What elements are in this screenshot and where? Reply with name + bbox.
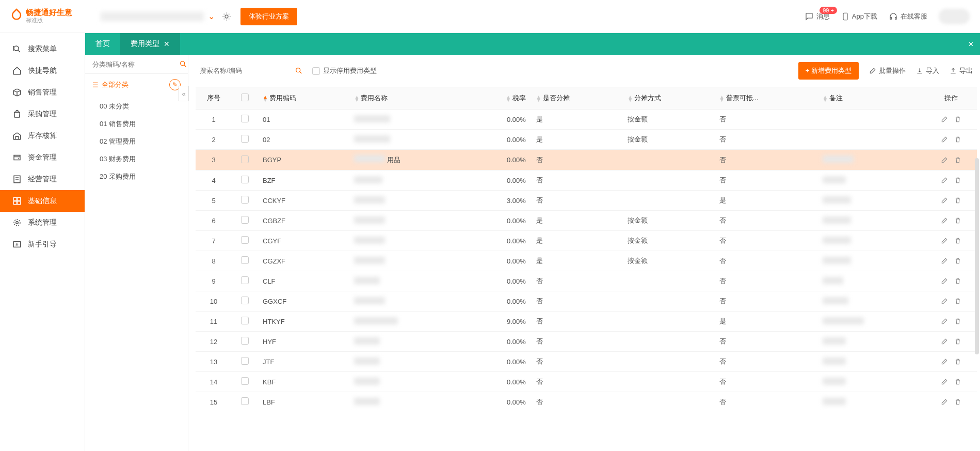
edit-icon[interactable] <box>941 217 948 224</box>
edit-icon[interactable] <box>941 277 948 285</box>
delete-icon[interactable] <box>954 398 961 406</box>
cell-checkbox[interactable] <box>232 291 258 312</box>
table-row[interactable]: 4 BZF 0.00% 否 否 <box>196 170 977 191</box>
col-code[interactable]: ▲▼费用编码 <box>258 87 349 110</box>
cell-checkbox[interactable] <box>232 110 258 130</box>
table-row[interactable]: 5 CCKYF 3.00% 否 是 <box>196 191 977 211</box>
category-item[interactable]: 01 销售费用 <box>85 115 188 133</box>
cell-checkbox[interactable] <box>232 271 258 291</box>
table-scroll[interactable]: 序号 ▲▼费用编码 ▲▼费用名称 ▲▼税率 ▲▼是否分摊 ▲▼分摊方式 ▲▼普票… <box>196 87 977 451</box>
table-row[interactable]: 7 CGYF 0.00% 是 按金额 否 <box>196 231 977 251</box>
edit-icon[interactable] <box>941 338 948 345</box>
edit-icon[interactable] <box>941 136 948 143</box>
sidebar-item-inventory[interactable]: 库存核算 <box>0 125 85 147</box>
edit-icon[interactable] <box>941 358 948 365</box>
search-icon[interactable] <box>179 60 187 68</box>
sidebar-item-guide[interactable]: 新 新手引导 <box>0 234 85 255</box>
close-icon[interactable]: ✕ <box>164 40 170 48</box>
edit-icon[interactable] <box>941 157 948 164</box>
edit-icon[interactable] <box>941 298 948 305</box>
col-index[interactable]: 序号 <box>196 87 232 110</box>
cell-checkbox[interactable] <box>232 150 258 170</box>
delete-icon[interactable] <box>954 136 961 143</box>
sidebar-item-dashboard[interactable]: 快捷导航 <box>0 60 85 82</box>
table-row[interactable]: 6 CGBZF 0.00% 是 按金额 否 <box>196 211 977 231</box>
delete-icon[interactable] <box>954 237 961 244</box>
cell-checkbox[interactable] <box>232 352 258 372</box>
delete-icon[interactable] <box>954 298 961 305</box>
category-item[interactable]: 02 管理费用 <box>85 133 188 150</box>
col-remark[interactable]: ▲▼备注 <box>817 87 925 110</box>
table-row[interactable]: 8 CGZXF 0.00% 是 按金额 否 <box>196 251 977 271</box>
search-icon[interactable] <box>295 67 303 75</box>
delete-icon[interactable] <box>954 277 961 285</box>
table-row[interactable]: 1 01 0.00% 是 按金额 否 <box>196 110 977 130</box>
gear-icon[interactable] <box>222 12 231 21</box>
show-disabled-checkbox[interactable]: 显示停用费用类型 <box>312 66 377 75</box>
tabs-close-all[interactable]: ✕ <box>962 33 980 55</box>
delete-icon[interactable] <box>954 338 961 345</box>
delete-icon[interactable] <box>954 378 961 385</box>
col-rate[interactable]: ▲▼税率 <box>468 87 531 110</box>
cell-checkbox[interactable] <box>232 392 258 412</box>
sidebar-item-funds[interactable]: 资金管理 <box>0 147 85 168</box>
scrollbar[interactable] <box>975 158 979 354</box>
category-search-input[interactable] <box>92 60 179 68</box>
cell-checkbox[interactable] <box>232 372 258 392</box>
delete-icon[interactable] <box>954 197 961 204</box>
sidebar-item-sales[interactable]: 销售管理 <box>0 82 85 103</box>
edit-icon[interactable] <box>941 378 948 385</box>
table-row[interactable]: 14 KBF 0.00% 否 否 <box>196 372 977 392</box>
messages-link[interactable]: 消息 99 + <box>805 12 830 21</box>
batch-op-link[interactable]: 批量操作 <box>869 66 906 75</box>
delete-icon[interactable] <box>954 217 961 224</box>
col-checkbox[interactable] <box>232 87 258 110</box>
category-item[interactable]: 00 未分类 <box>85 98 188 115</box>
delete-icon[interactable] <box>954 177 961 184</box>
table-row[interactable]: 15 LBF 0.00% 否 否 <box>196 392 977 412</box>
category-all[interactable]: ☰ 全部分类 ✎ <box>85 74 188 96</box>
table-row[interactable]: 13 JTF 0.00% 否 否 <box>196 352 977 372</box>
sidebar-item-business[interactable]: 经营管理 <box>0 168 85 190</box>
edit-icon[interactable] <box>941 318 948 325</box>
experience-button[interactable]: 体验行业方案 <box>240 8 297 25</box>
edit-icon[interactable] <box>941 398 948 406</box>
table-row[interactable]: 10 GGXCF 0.00% 否 否 <box>196 291 977 312</box>
category-item[interactable]: 03 财务费用 <box>85 150 188 168</box>
cell-checkbox[interactable] <box>232 332 258 352</box>
add-button[interactable]: + 新增费用类型 <box>798 62 859 80</box>
delete-icon[interactable] <box>954 257 961 265</box>
edit-icon[interactable] <box>941 237 948 244</box>
col-method[interactable]: ▲▼分摊方式 <box>622 87 714 110</box>
edit-icon[interactable] <box>941 197 948 204</box>
category-item[interactable]: 20 采购费用 <box>85 168 188 185</box>
table-row[interactable]: 3 BGYP 用品 0.00% 否 否 <box>196 150 977 170</box>
col-share[interactable]: ▲▼是否分摊 <box>531 87 622 110</box>
app-download-link[interactable]: App下载 <box>841 12 877 21</box>
sidebar-item-search[interactable]: 搜索菜单 <box>0 38 85 60</box>
delete-icon[interactable] <box>954 318 961 325</box>
edit-icon[interactable] <box>941 257 948 265</box>
table-row[interactable]: 12 HYF 0.00% 否 否 <box>196 332 977 352</box>
col-name[interactable]: ▲▼费用名称 <box>349 87 467 110</box>
edit-icon[interactable] <box>941 177 948 184</box>
cell-checkbox[interactable] <box>232 170 258 191</box>
delete-icon[interactable] <box>954 157 961 164</box>
cell-checkbox[interactable] <box>232 231 258 251</box>
cell-checkbox[interactable] <box>232 211 258 231</box>
table-row[interactable]: 2 02 0.00% 是 按金额 否 <box>196 130 977 150</box>
avatar[interactable] <box>939 9 970 24</box>
import-link[interactable]: 导入 <box>916 66 939 75</box>
sidebar-item-basicinfo[interactable]: 基础信息 <box>0 190 85 212</box>
cell-checkbox[interactable] <box>232 312 258 332</box>
delete-icon[interactable] <box>954 116 961 123</box>
cell-checkbox[interactable] <box>232 130 258 150</box>
export-link[interactable]: 导出 <box>950 66 973 75</box>
sidebar-item-system[interactable]: 系统管理 <box>0 212 85 234</box>
table-row[interactable]: 9 CLF 0.00% 否 否 <box>196 271 977 291</box>
online-service-link[interactable]: 在线客服 <box>889 12 927 21</box>
col-deduct[interactable]: ▲▼普票可抵... <box>714 87 817 110</box>
sidebar-item-purchase[interactable]: 采购管理 <box>0 103 85 125</box>
cell-checkbox[interactable] <box>232 191 258 211</box>
edit-icon[interactable] <box>941 116 948 123</box>
